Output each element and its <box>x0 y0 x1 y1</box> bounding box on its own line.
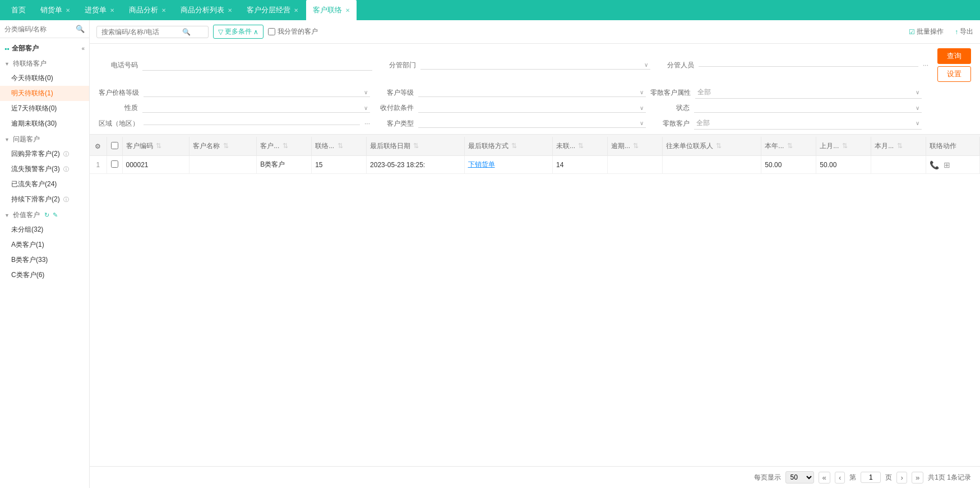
row-checkbox[interactable] <box>107 156 122 174</box>
sidebar-item-class-c[interactable]: C类客户(6) <box>0 268 89 283</box>
nav-customer-contact[interactable]: 客户联络 ✕ <box>306 0 357 20</box>
filter-region: 区域（地区） ··· <box>99 119 370 128</box>
col-last-contact-date[interactable]: 最后联络日期 ⇅ <box>367 137 464 156</box>
row-customer-name <box>189 156 257 174</box>
sidebar-item-ungrouped[interactable]: 未分组(32) <box>0 222 89 237</box>
sidebar-item-week-contact[interactable]: 近7天待联络(0) <box>0 101 89 116</box>
phone-icon[interactable]: 📞 <box>930 160 939 169</box>
close-icon[interactable]: ✕ <box>161 7 166 13</box>
sort-icon: ⇅ <box>283 142 288 150</box>
filter-retail-customer-select[interactable]: 全部 ∨ <box>694 117 922 130</box>
first-page-btn[interactable]: « <box>819 472 830 484</box>
check-icon: ☑ <box>909 28 915 36</box>
sidebar-item-lost-risk[interactable]: 流失预警客户(3) ⓘ <box>0 162 89 177</box>
search-icon[interactable]: 🔍 <box>76 25 85 33</box>
page-input[interactable] <box>861 472 881 483</box>
sort-icon: ⇅ <box>223 142 229 150</box>
filter-phone-input[interactable] <box>142 60 372 71</box>
col-this-month[interactable]: 本月... ⇅ <box>871 137 926 156</box>
bulk-ops-btn[interactable]: ☑ 批量操作 <box>909 27 944 36</box>
nav-goods-analysis-list[interactable]: 商品分析列表 ✕ <box>174 0 239 20</box>
prev-page-btn[interactable]: ‹ <box>835 472 845 484</box>
close-icon[interactable]: ✕ <box>345 7 350 13</box>
more-conditions-btn[interactable]: ▽ 更多条件 ∧ <box>213 25 264 39</box>
sort-icon: ⇅ <box>897 142 903 150</box>
page-unit: 页 <box>885 473 892 482</box>
sidebar-item-already-lost[interactable]: 已流失客户(24) <box>0 177 89 192</box>
sort-icon: ⇅ <box>787 142 793 150</box>
filter-status-select[interactable]: ∨ <box>694 104 922 113</box>
next-page-btn[interactable]: › <box>896 472 907 484</box>
row-this-year: 50.00 <box>761 156 816 174</box>
sidebar-item-tomorrow-contact[interactable]: 明天待联络(1) <box>0 86 89 101</box>
filter-region-dots[interactable]: ··· <box>364 119 370 127</box>
sidebar: 🔍 ▪▪ 全部客户 « ▼ 待联络客户 今天待联络(0) 明天待联络(1) <box>0 20 90 488</box>
row-last-contact-method[interactable]: 下销货单 <box>464 156 553 174</box>
pagination-bar: 每页显示 50 10 20 100 « ‹ 第 页 › » 共1页 1条记录 <box>90 466 980 488</box>
sort-icon: ⇅ <box>413 142 419 150</box>
row-last-month: 50.00 <box>816 156 871 174</box>
filter-manager-dots[interactable]: ··· <box>923 61 928 69</box>
refresh-icon[interactable]: ↻ <box>44 211 49 219</box>
search-icon[interactable]: 🔍 <box>182 28 191 36</box>
col-uncontacted[interactable]: 未联... ⇅ <box>553 137 608 156</box>
search-input[interactable] <box>101 28 180 36</box>
checkbox-col-header[interactable] <box>107 137 122 156</box>
filter-customer-type-select[interactable]: ∨ <box>418 119 646 128</box>
my-customer-checkbox[interactable]: 我分管的客户 <box>268 27 318 36</box>
col-last-contact-method[interactable]: 最后联络方式 ⇅ <box>464 137 553 156</box>
sort-icon: ⇅ <box>633 142 639 150</box>
category-search-input[interactable] <box>4 25 73 33</box>
filter-region-input <box>144 122 360 125</box>
filter-phone: 电话号码 <box>99 60 372 71</box>
row-uncontacted: 14 <box>553 156 608 174</box>
top-nav: 首页 销货单 ✕ 进货单 ✕ 商品分析 ✕ 商品分析列表 ✕ 客户分层经营 ✕ … <box>0 0 980 20</box>
page-size-select[interactable]: 50 10 20 100 <box>785 471 814 484</box>
col-last-month[interactable]: 上月... ⇅ <box>816 137 871 156</box>
nav-sales[interactable]: 销货单 ✕ <box>34 0 77 20</box>
col-this-year[interactable]: 本年... ⇅ <box>761 137 816 156</box>
filter-price-grade-select[interactable]: ∨ <box>144 88 370 97</box>
sidebar-item-today-contact[interactable]: 今天待联络(0) <box>0 71 89 86</box>
nav-customer-layer[interactable]: 客户分层经营 ✕ <box>240 0 305 20</box>
sidebar-group-value-header[interactable]: ▼ 价值客户 ↻ ✎ <box>0 207 89 222</box>
col-unit-contact[interactable]: 往来单位联系人 ⇅ <box>662 137 761 156</box>
grid-icon[interactable]: ⊞ <box>944 160 950 169</box>
sidebar-item-class-a[interactable]: A类客户(1) <box>0 237 89 252</box>
filter-retail-attr-select[interactable]: 全部 ∨ <box>695 86 922 99</box>
filter-customer-grade-select[interactable]: ∨ <box>418 88 646 97</box>
close-icon[interactable]: ✕ <box>228 7 232 13</box>
export-btn[interactable]: ↑ 导出 <box>955 27 973 36</box>
set-button[interactable]: 设置 <box>937 66 971 82</box>
filter-retail-customer: 零散客户 全部 ∨ <box>650 117 922 130</box>
nav-purchase[interactable]: 进货单 ✕ <box>78 0 121 20</box>
settings-col-header[interactable]: ⚙ <box>90 137 107 156</box>
col-customer-type[interactable]: 客户... ⇅ <box>257 137 312 156</box>
last-page-btn[interactable]: » <box>912 472 923 484</box>
sidebar-group-pending-header[interactable]: ▼ 待联络客户 <box>0 56 89 71</box>
col-overdue[interactable]: 逾期... ⇅ <box>608 137 663 156</box>
nav-home[interactable]: 首页 <box>4 0 33 20</box>
filter-payment-select[interactable]: ∨ <box>418 104 646 113</box>
close-icon[interactable]: ✕ <box>110 7 114 13</box>
close-icon[interactable]: ✕ <box>66 7 70 13</box>
query-button[interactable]: 查询 <box>937 48 971 64</box>
nav-goods-analysis[interactable]: 商品分析 ✕ <box>122 0 173 20</box>
sidebar-item-continuous-decline[interactable]: 持续下滑客户(2) ⓘ <box>0 192 89 207</box>
page-label: 第 <box>849 473 856 482</box>
filter-dept-select[interactable]: ∨ <box>420 61 650 70</box>
col-contact-count[interactable]: 联络... ⇅ <box>312 137 367 156</box>
sidebar-item-overdue-contact[interactable]: 逾期未联络(30) <box>0 116 89 131</box>
sidebar-item-repurchase-abnormal[interactable]: 回购异常客户(2) ⓘ <box>0 146 89 162</box>
edit-icon[interactable]: ✎ <box>53 211 58 219</box>
close-icon[interactable]: ✕ <box>294 7 298 13</box>
collapse-icon[interactable]: « <box>81 45 85 52</box>
filter-nature-select[interactable]: ∨ <box>142 104 370 113</box>
filter-price-grade-label: 客户价格等级 <box>99 88 139 98</box>
sidebar-group-problem-header[interactable]: ▼ 问题客户 <box>0 131 89 146</box>
col-customer-name[interactable]: 客户名称 ⇅ <box>189 137 257 156</box>
sidebar-item-all-customers[interactable]: ▪▪ 全部客户 « <box>0 40 89 56</box>
sidebar-item-class-b[interactable]: B类客户(33) <box>0 252 89 268</box>
advanced-filter-panel: 电话号码 分管部门 ∨ 分管人员 ··· 查询 设置 <box>90 44 980 135</box>
col-customer-code[interactable]: 客户编码 ⇅ <box>122 137 189 156</box>
